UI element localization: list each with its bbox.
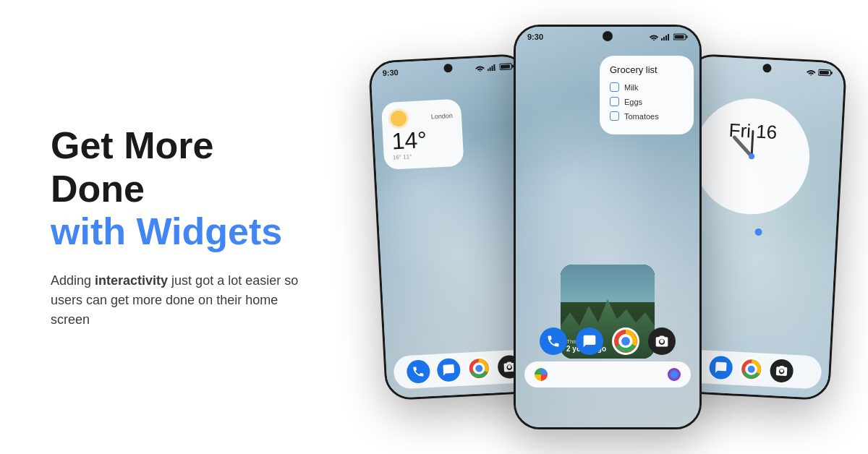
weather-temp: 14° <box>391 127 455 153</box>
grocery-item-tomatoes[interactable]: Tomatoes <box>610 111 684 121</box>
checkbox-eggs[interactable] <box>610 97 619 106</box>
sun-icon <box>390 110 407 127</box>
phone-right-status-icons <box>806 68 833 77</box>
svg-rect-15 <box>665 35 667 40</box>
right-dock-camera-icon[interactable] <box>770 359 794 383</box>
main-headline: Get More Done with Widgets <box>51 124 304 254</box>
headline-line1: Get More Done <box>51 124 213 210</box>
center-search-bar[interactable] <box>524 361 691 387</box>
svg-point-23 <box>621 337 630 346</box>
svg-rect-16 <box>668 34 669 40</box>
center-apps-row <box>540 327 676 355</box>
right-battery-icon <box>818 69 833 77</box>
weather-widget[interactable]: London 14° 16° 11° <box>381 98 464 170</box>
battery-icon <box>499 63 514 71</box>
grocery-item-milk[interactable]: Milk <box>610 82 684 92</box>
grocery-eggs-label: Eggs <box>624 98 642 106</box>
clock-widget[interactable]: Fri 16 <box>691 95 812 217</box>
center-phone-icon[interactable] <box>540 327 567 355</box>
weather-top: London <box>390 108 453 127</box>
phone-center-notch <box>603 31 613 41</box>
center-messages-icon[interactable] <box>576 327 603 355</box>
subtext-bold: interactivity <box>95 273 168 288</box>
assistant-icon[interactable] <box>668 368 681 381</box>
center-chrome-icon[interactable] <box>612 327 639 355</box>
dock-phone-icon[interactable] <box>407 359 431 384</box>
svg-rect-13 <box>661 38 663 40</box>
grocery-item-eggs[interactable]: Eggs <box>610 97 684 106</box>
dock-chrome-icon[interactable] <box>467 356 491 381</box>
center-battery-icon <box>673 33 688 40</box>
grocery-title: Grocery list <box>610 64 684 75</box>
svg-rect-19 <box>675 35 684 39</box>
phone-center-status-icons <box>649 33 688 40</box>
headline-line2: with Widgets <box>51 210 282 252</box>
grocery-widget[interactable]: Grocery list Milk Eggs Tomatoes <box>600 56 694 134</box>
subtext-prefix: Adding <box>51 273 95 288</box>
svg-rect-2 <box>490 67 491 71</box>
right-dock-messages-icon[interactable] <box>709 356 733 380</box>
wifi-icon <box>475 64 485 72</box>
svg-rect-1 <box>488 69 489 71</box>
right-dock-chrome-icon[interactable] <box>739 357 764 382</box>
phones-section: 9:30 <box>347 0 868 454</box>
left-section: Get More Done with Widgets Adding intera… <box>0 81 347 373</box>
svg-rect-7 <box>501 64 510 69</box>
checkbox-tomatoes[interactable] <box>610 111 619 121</box>
svg-rect-18 <box>686 35 688 38</box>
svg-point-12 <box>653 40 655 41</box>
photo-sky <box>561 265 655 302</box>
right-wifi-icon <box>806 68 817 76</box>
clock-hands-svg <box>691 95 812 217</box>
checkbox-milk[interactable] <box>610 82 619 92</box>
subtext: Adding interactivity just got a lot easi… <box>51 271 304 330</box>
center-signal-icon <box>661 33 671 40</box>
svg-point-24 <box>810 74 812 76</box>
phone-center-time: 9:30 <box>527 33 543 41</box>
svg-rect-3 <box>491 66 493 71</box>
signal-icon <box>487 64 498 72</box>
dock-messages-icon[interactable] <box>437 358 461 382</box>
center-wifi-icon <box>649 33 659 40</box>
svg-line-28 <box>733 137 752 156</box>
svg-rect-4 <box>493 64 495 71</box>
svg-point-0 <box>480 70 481 72</box>
svg-line-29 <box>752 131 753 156</box>
phone-left-status-icons <box>475 63 514 72</box>
google-g-icon <box>535 368 548 381</box>
center-camera-icon[interactable] <box>648 327 676 355</box>
svg-rect-14 <box>663 37 665 40</box>
phone-left-time: 9:30 <box>382 68 399 77</box>
grocery-milk-label: Milk <box>624 83 639 92</box>
svg-rect-27 <box>820 71 829 75</box>
weather-city: London <box>431 112 454 121</box>
clock-face: Fri 16 <box>691 95 812 217</box>
svg-rect-26 <box>831 72 833 74</box>
grocery-tomatoes-label: Tomatoes <box>624 112 659 121</box>
phone-center: 9:30 <box>514 25 702 429</box>
